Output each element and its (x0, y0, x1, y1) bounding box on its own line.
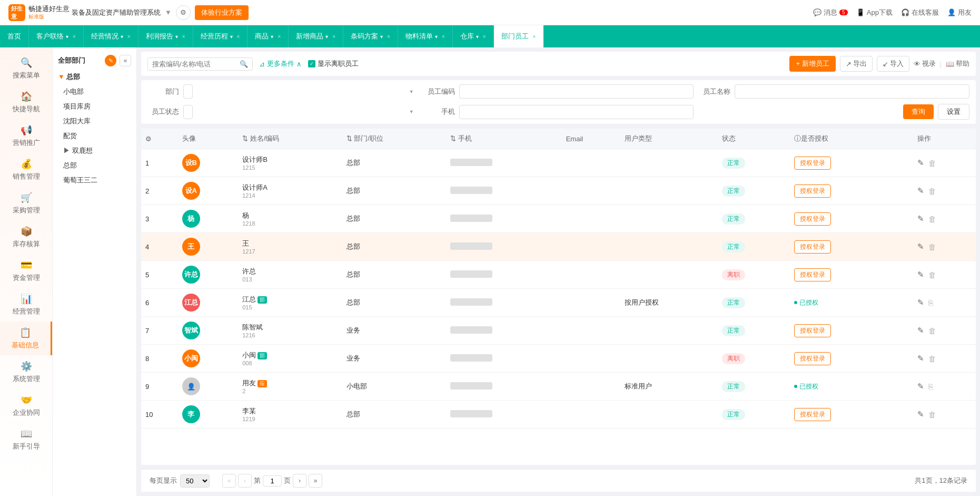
col-dept[interactable]: ⇅ 部门/职位 (342, 129, 446, 149)
delete-btn[interactable]: 🗑 (928, 159, 936, 168)
tab-home[interactable]: 首页 (0, 25, 29, 47)
tab-dropdown-icon[interactable]: ▾ (325, 34, 328, 40)
tab-close-icon[interactable]: × (237, 34, 240, 40)
col-settings[interactable]: ⚙ (141, 129, 178, 149)
page-input[interactable] (263, 475, 282, 487)
prev-page-btn[interactable]: ‹ (238, 474, 252, 488)
tab-close-icon[interactable]: × (278, 34, 281, 40)
dept-node-shuanglu[interactable]: ▶ 双鹿想 (53, 143, 136, 158)
dept-node-shenyang[interactable]: 沈阳大库 (53, 114, 136, 129)
experience-btn[interactable]: 体验行业方案 (195, 5, 249, 20)
authorize-btn[interactable]: 授权登录 (794, 352, 831, 365)
export-btn[interactable]: ↗ 导出 (840, 56, 873, 72)
authorize-btn[interactable]: 授权登录 (794, 268, 831, 281)
tab-warehouse[interactable]: 仓库▾× (453, 25, 494, 47)
more-filters-btn[interactable]: ⊿ 更多条件 ∧ (259, 59, 302, 69)
authorize-btn[interactable]: 授权登录 (794, 212, 831, 226)
delete-btn[interactable]: 🗑 (928, 354, 936, 363)
dept-node-zongbu-parent[interactable]: ▼ 总部 (53, 70, 136, 84)
edit-btn[interactable]: ✎ (917, 158, 924, 168)
authorize-btn[interactable]: 授权登录 (794, 184, 831, 198)
dept-edit-btn[interactable]: ✎ (105, 55, 116, 66)
show-offline-checkbox[interactable] (308, 60, 315, 67)
emp-code-filter-input[interactable] (459, 84, 694, 99)
search-input-wrap[interactable]: 🔍 (147, 57, 253, 71)
tab-dropdown-icon[interactable]: ▾ (476, 34, 479, 40)
import-btn[interactable]: ↙ 导入 (877, 56, 909, 72)
col-phone[interactable]: ⇅ 手机 (446, 129, 562, 149)
show-offline-toggle[interactable]: 显示离职员工 (308, 59, 359, 69)
nav-basic-info[interactable]: 📋 基础信息 (0, 322, 52, 355)
query-btn[interactable]: 查询 (903, 104, 934, 119)
delete-btn[interactable]: 🗑 (928, 215, 936, 223)
edit-btn[interactable]: ✎ (917, 242, 924, 251)
nav-guide[interactable]: 📖 新手引导 (0, 423, 52, 456)
tab-close-icon[interactable]: × (182, 34, 185, 40)
nav-finance[interactable]: 💳 资金管理 (0, 254, 52, 288)
edit-btn[interactable]: ✎ (917, 354, 924, 363)
dept-node-peihuo[interactable]: 配货 (53, 129, 136, 143)
tab-close-icon[interactable]: × (533, 34, 536, 40)
tab-dropdown-icon[interactable]: ▾ (271, 34, 273, 40)
tab-barcode[interactable]: 条码方案▾× (343, 25, 398, 47)
tab-dropdown-icon[interactable]: ▾ (435, 34, 438, 40)
emp-status-filter-select[interactable] (183, 105, 193, 119)
tab-new-goods[interactable]: 新增商品▾× (289, 25, 343, 47)
dept-node-zongbu[interactable]: 总部 (53, 158, 136, 173)
delete-btn[interactable]: 🗑 (928, 326, 936, 335)
settings-gear-btn[interactable]: ⚙ (176, 5, 191, 20)
dept-collapse-btn[interactable]: « (120, 55, 131, 66)
nav-operations-mgmt[interactable]: 📊 经营管理 (0, 288, 52, 322)
nav-quicknav[interactable]: 🏠 快捷导航 (0, 85, 52, 119)
nav-corp[interactable]: 🤝 企业协同 (0, 389, 52, 423)
search-input[interactable] (152, 60, 236, 68)
tab-dropdown-icon[interactable]: ▾ (121, 34, 123, 40)
authorize-btn[interactable]: 授权登录 (794, 240, 831, 254)
delete-btn[interactable]: 🗑 (928, 410, 936, 419)
next-page-btn[interactable]: › (293, 474, 306, 488)
edit-btn[interactable]: ✎ (917, 298, 924, 307)
tab-operations[interactable]: 经营情况▾× (84, 25, 138, 47)
edit-btn[interactable]: ✎ (917, 382, 924, 391)
tab-profit[interactable]: 利润报告▾× (138, 25, 193, 47)
add-employee-btn[interactable]: + 新增员工 (789, 56, 835, 72)
online-service-btn[interactable]: 🎧 在线客服 (901, 8, 939, 17)
tab-dropdown-icon[interactable]: ▾ (230, 34, 233, 40)
tab-close-icon[interactable]: × (387, 34, 390, 40)
delete-btn[interactable]: 🗑 (928, 187, 936, 196)
last-page-btn[interactable]: » (309, 474, 322, 488)
dept-filter-select[interactable] (183, 84, 193, 99)
nav-system[interactable]: ⚙️ 系统管理 (0, 355, 52, 389)
nav-inventory[interactable]: 📦 库存核算 (0, 220, 52, 254)
tab-employees[interactable]: 部门员工× (494, 25, 544, 47)
tab-close-icon[interactable]: × (73, 34, 76, 40)
dept-node-xiangmu[interactable]: 项目库房 (53, 99, 136, 114)
copy-btn[interactable]: ⎘ (928, 298, 933, 307)
dept-node-putaowang[interactable]: 葡萄王三二 (53, 173, 136, 188)
user-avatar-btn[interactable]: 👤 用友 (947, 8, 972, 17)
edit-btn[interactable]: ✎ (917, 410, 924, 419)
tab-customer[interactable]: 客户联络▾× (29, 25, 84, 47)
delete-btn[interactable]: 🗑 (928, 270, 936, 279)
authorize-btn[interactable]: 授权登录 (794, 408, 831, 421)
tab-bom[interactable]: 物料清单▾× (398, 25, 453, 47)
per-page-select[interactable]: 50 20 100 (180, 474, 210, 488)
nav-marketing[interactable]: 📢 营销推广 (0, 119, 52, 153)
first-page-btn[interactable]: « (222, 474, 236, 488)
nav-purchase[interactable]: 🛒 采购管理 (0, 187, 52, 220)
tab-close-icon[interactable]: × (332, 34, 335, 40)
tab-dropdown-icon[interactable]: ▾ (175, 34, 178, 40)
tab-close-icon[interactable]: × (442, 34, 445, 40)
copy-btn[interactable]: ⎘ (928, 382, 933, 391)
app-download-btn[interactable]: 📱 App下载 (856, 8, 893, 17)
col-name[interactable]: ⇅ 姓名/编码 (238, 129, 342, 149)
edit-btn[interactable]: ✎ (917, 214, 924, 223)
tab-close-icon[interactable]: × (483, 34, 486, 40)
nav-search[interactable]: 🔍 搜索菜单 (0, 52, 52, 85)
tab-close-icon[interactable]: × (127, 34, 131, 40)
help-btn[interactable]: 📖 帮助 (946, 59, 969, 69)
tab-goods[interactable]: 商品▾× (248, 25, 289, 47)
emp-name-filter-input[interactable] (735, 84, 969, 99)
dept-node-xiaodianbu[interactable]: 小电部 (53, 84, 136, 99)
edit-btn[interactable]: ✎ (917, 326, 924, 335)
